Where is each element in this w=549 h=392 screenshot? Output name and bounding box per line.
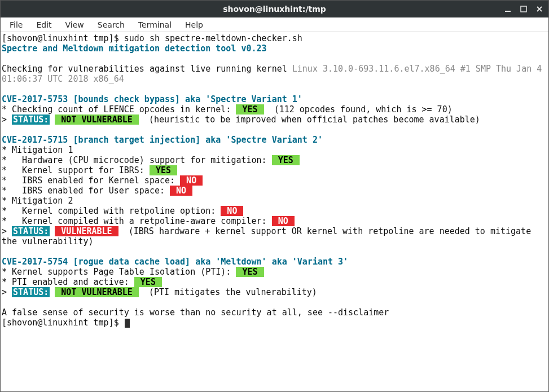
cursor-icon — [125, 319, 130, 328]
vulnerable-badge: VULNERABLE — [55, 226, 118, 236]
cve2-hw-line: * Hardware (CPU microcode) support for m… — [2, 155, 547, 165]
cve3-pti-en-line: * PTI enabled and active: YES — [2, 277, 547, 287]
status-label: STATUS: — [12, 114, 50, 125]
terminal-output[interactable]: [shovon@linuxhint tmp]$ sudo sh spectre-… — [1, 32, 548, 391]
cve2-retp-pre: * Kernel compiled with retpoline option: — [2, 206, 221, 216]
command-text: sudo sh spectre-meltdown-checker.sh — [124, 33, 302, 43]
cve2-ibrs-u-pre: * IBRS enabled for User space: — [2, 186, 170, 196]
cve2-hw-pre: * Hardware (CPU microcode) support for m… — [2, 155, 272, 165]
menu-file[interactable]: File — [4, 19, 28, 31]
no-badge: NO — [272, 216, 295, 226]
terminal-window: shovon@linuxhint:/tmp File Edit View Sea… — [0, 0, 549, 392]
cve2-ibrs-pre: * Kernel support for IBRS: — [2, 165, 150, 175]
cve3-pti-en-pre: * PTI enabled and active: — [2, 277, 134, 287]
kernel-check-line: Checking for vulnerabilities against liv… — [2, 64, 547, 84]
blank-line — [2, 54, 547, 64]
window-controls — [499, 5, 544, 14]
cve3-status-post: (PTI mitigates the vulnerability) — [139, 287, 317, 297]
menu-help[interactable]: Help — [179, 19, 209, 31]
status-label: STATUS: — [12, 287, 50, 297]
yes-badge: YES — [134, 277, 162, 287]
svg-rect-1 — [521, 6, 526, 12]
menu-edit[interactable]: Edit — [30, 19, 57, 31]
cve1-lfence-pre: * Checking count of LFENCE opcodes in ke… — [2, 104, 236, 114]
cve1-status-line: > STATUS: NOT VULNERABLE (heuristic to b… — [2, 114, 547, 125]
cve2-header: CVE-2017-5715 [branch target injection] … — [2, 135, 547, 145]
yes-badge: YES — [150, 165, 177, 175]
cve3-pti-line: * Kernel supports Page Table Isolation (… — [2, 267, 547, 277]
blank-line — [2, 297, 547, 307]
cve3-header: CVE-2017-5754 [rogue data cache load] ak… — [2, 257, 547, 267]
menu-terminal[interactable]: Terminal — [133, 19, 177, 31]
menu-search[interactable]: Search — [92, 19, 130, 31]
window-titlebar: shovon@linuxhint:/tmp — [1, 1, 548, 17]
kernel-check-prefix: Checking for vulnerabilities against liv… — [2, 64, 292, 74]
cve2-ibrs-k-pre: * IBRS enabled for Kernel space: — [2, 175, 180, 186]
cve3-pti-pre: * Kernel supports Page Table Isolation (… — [2, 267, 236, 277]
status-prefix: > — [2, 226, 12, 236]
cve2-status-line: > STATUS: VULNERABLE (IBRS hardware + ke… — [2, 226, 547, 246]
svg-rect-0 — [505, 11, 511, 12]
cve2-retpc-pre: * Kernel compiled with a retpoline-aware… — [2, 216, 272, 226]
maximize-button[interactable] — [519, 5, 528, 14]
no-badge: NO — [170, 186, 192, 196]
menu-view[interactable]: View — [60, 19, 90, 31]
cve1-lfence-line: * Checking count of LFENCE opcodes in ke… — [2, 104, 547, 114]
no-badge: NO — [221, 206, 243, 216]
prompt-text: [shovon@linuxhint tmp]$ — [2, 318, 124, 328]
status-label: STATUS: — [12, 226, 50, 236]
cve3-status-line: > STATUS: NOT VULNERABLE (PTI mitigates … — [2, 287, 547, 297]
tool-header: Spectre and Meltdown mitigation detectio… — [2, 43, 547, 54]
blank-line — [2, 125, 547, 135]
no-badge: NO — [180, 175, 203, 186]
cve2-ibrs-kernel-line: * IBRS enabled for Kernel space: NO — [2, 175, 547, 186]
status-prefix: > — [2, 287, 12, 297]
blank-line — [2, 246, 547, 257]
cve1-header: CVE-2017-5753 [bounds check bypass] aka … — [2, 94, 547, 104]
disclaimer-line: A false sense of security is worse than … — [2, 307, 547, 318]
cve2-mit2: * Mitigation 2 — [2, 196, 547, 206]
cve2-retpc-line: * Kernel compiled with a retpoline-aware… — [2, 216, 547, 226]
yes-badge: YES — [236, 267, 263, 277]
close-button[interactable] — [535, 5, 544, 14]
prompt-line-2: [shovon@linuxhint tmp]$ — [2, 318, 547, 328]
yes-badge: YES — [236, 104, 263, 114]
cve1-lfence-post: (112 opcodes found, which is >= 70) — [264, 104, 453, 114]
not-vulnerable-badge: NOT VULNERABLE — [55, 287, 139, 297]
minimize-button[interactable] — [503, 5, 512, 14]
blank-line — [2, 84, 547, 94]
cve2-ibrs-line: * Kernel support for IBRS: YES — [2, 165, 547, 175]
yes-badge: YES — [272, 155, 300, 165]
menubar: File Edit View Search Terminal Help — [1, 17, 548, 32]
cve1-status-post: (heuristic to be improved when official … — [139, 114, 480, 125]
cve2-ibrs-user-line: * IBRS enabled for User space: NO — [2, 186, 547, 196]
not-vulnerable-badge: NOT VULNERABLE — [55, 114, 139, 125]
cve2-mit1: * Mitigation 1 — [2, 145, 547, 155]
window-title: shovon@linuxhint:/tmp — [50, 5, 499, 14]
prompt-line-1: [shovon@linuxhint tmp]$ sudo sh spectre-… — [2, 33, 547, 43]
status-prefix: > — [2, 114, 12, 125]
prompt-text: [shovon@linuxhint tmp]$ — [2, 33, 124, 43]
cve2-retp-line: * Kernel compiled with retpoline option:… — [2, 206, 547, 216]
